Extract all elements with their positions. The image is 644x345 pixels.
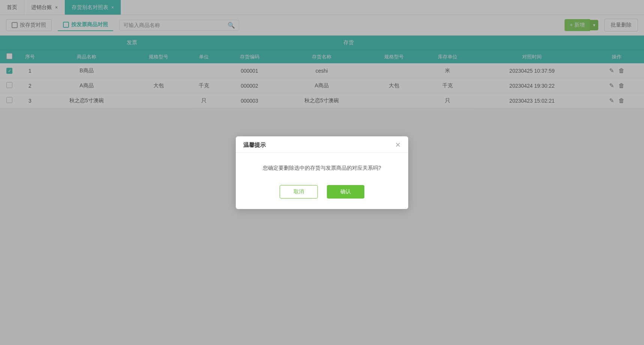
- overlay: 温馨提示 ✕ 您确定要删除选中的存货与发票商品的对应关系吗? 取消 确认: [0, 0, 644, 108]
